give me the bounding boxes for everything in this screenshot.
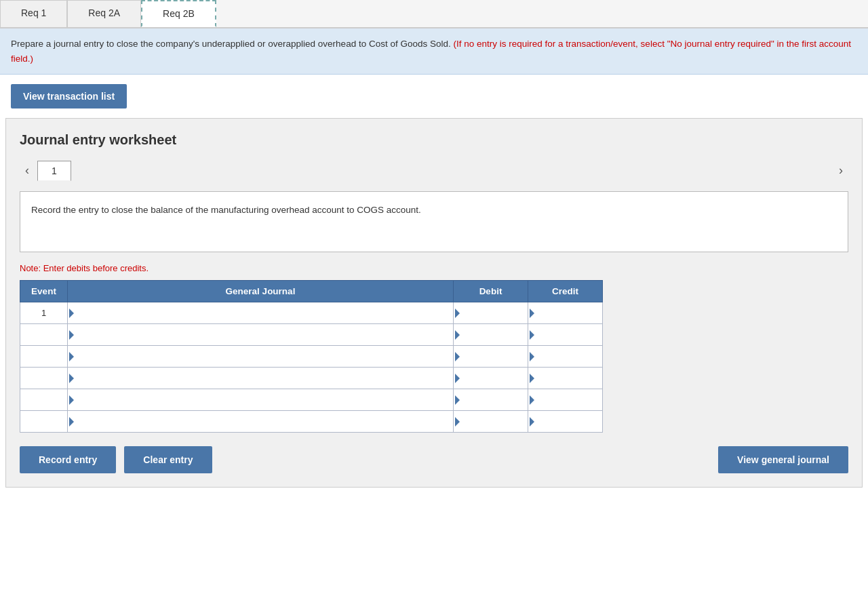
credit-cell[interactable] — [528, 389, 603, 411]
tab-req1[interactable]: Req 1 — [0, 0, 67, 27]
debit-cell[interactable] — [454, 389, 528, 411]
debit-indicator-icon — [455, 309, 460, 318]
credit-cell[interactable] — [528, 302, 603, 324]
bottom-buttons: Record entry Clear entry View general jo… — [20, 446, 848, 473]
credit-indicator-icon — [530, 417, 534, 427]
debit-input[interactable] — [454, 411, 528, 432]
debit-input[interactable] — [454, 389, 528, 410]
dropdown-indicator-icon — [69, 352, 74, 361]
table-row — [20, 346, 603, 368]
general-journal-cell[interactable] — [68, 368, 454, 389]
dropdown-indicator-icon — [69, 395, 74, 405]
debit-cell[interactable] — [454, 346, 528, 368]
view-general-journal-button[interactable]: View general journal — [718, 446, 848, 473]
col-debit: Debit — [454, 281, 528, 302]
credit-indicator-icon — [530, 352, 534, 361]
event-cell — [20, 368, 68, 389]
credit-input[interactable] — [528, 302, 602, 323]
clear-entry-button[interactable]: Clear entry — [124, 446, 212, 473]
debit-input[interactable] — [454, 324, 528, 345]
record-entry-button[interactable]: Record entry — [20, 446, 116, 473]
table-row — [20, 389, 603, 411]
credit-cell[interactable] — [528, 324, 603, 346]
prev-arrow[interactable]: ‹ — [20, 161, 35, 180]
event-cell — [20, 346, 68, 368]
tab-navigation: ‹ 1 › — [20, 160, 848, 180]
debit-indicator-icon — [455, 374, 460, 383]
general-journal-input[interactable] — [68, 324, 453, 345]
note-text: Note: Enter debits before credits. — [20, 263, 848, 273]
view-transaction-button[interactable]: View transaction list — [11, 84, 127, 108]
credit-input[interactable] — [528, 346, 602, 367]
tab-bar: Req 1 Req 2A Req 2B — [0, 0, 868, 28]
dropdown-indicator-icon — [69, 309, 74, 318]
debit-indicator-icon — [455, 395, 460, 405]
event-cell — [20, 324, 68, 346]
credit-input[interactable] — [528, 324, 602, 345]
debit-indicator-icon — [455, 352, 460, 361]
credit-cell[interactable] — [528, 411, 603, 433]
credit-input[interactable] — [528, 411, 602, 432]
general-journal-input[interactable] — [68, 389, 453, 410]
credit-indicator-icon — [530, 395, 534, 405]
general-journal-input[interactable] — [68, 411, 453, 432]
credit-cell[interactable] — [528, 368, 603, 389]
credit-input[interactable] — [528, 368, 602, 389]
col-event: Event — [20, 281, 68, 302]
general-journal-cell[interactable] — [68, 324, 454, 346]
credit-indicator-icon — [530, 330, 534, 340]
table-row: 1 — [20, 302, 603, 324]
general-journal-input[interactable] — [68, 302, 453, 323]
credit-input[interactable] — [528, 389, 602, 410]
table-row — [20, 411, 603, 433]
entry-description: Record the entry to close the balance of… — [20, 191, 848, 252]
general-journal-cell[interactable] — [68, 389, 454, 411]
tab-req2a[interactable]: Req 2A — [67, 0, 141, 27]
dropdown-indicator-icon — [69, 330, 74, 340]
credit-indicator-icon — [530, 309, 534, 318]
debit-input[interactable] — [454, 368, 528, 389]
table-row — [20, 368, 603, 389]
instruction-bar: Prepare a journal entry to close the com… — [0, 28, 868, 75]
credit-cell[interactable] — [528, 346, 603, 368]
event-cell — [20, 411, 68, 433]
general-journal-cell[interactable] — [68, 411, 454, 433]
general-journal-input[interactable] — [68, 346, 453, 367]
general-journal-input[interactable] — [68, 368, 453, 389]
table-row — [20, 324, 603, 346]
next-arrow[interactable]: › — [833, 161, 848, 180]
debit-cell[interactable] — [454, 324, 528, 346]
worksheet-title: Journal entry worksheet — [20, 132, 848, 148]
debit-input[interactable] — [454, 346, 528, 367]
debit-indicator-icon — [455, 330, 460, 340]
instruction-black: Prepare a journal entry to close the com… — [11, 39, 451, 49]
debit-indicator-icon — [455, 417, 460, 427]
worksheet-container: Journal entry worksheet ‹ 1 › Record the… — [5, 118, 863, 488]
general-journal-cell[interactable] — [68, 346, 454, 368]
journal-table: Event General Journal Debit Credit 1 — [20, 280, 603, 433]
credit-indicator-icon — [530, 374, 534, 383]
general-journal-cell[interactable] — [68, 302, 454, 324]
col-general-journal: General Journal — [68, 281, 454, 302]
dropdown-indicator-icon — [69, 417, 74, 427]
debit-cell[interactable] — [454, 411, 528, 433]
entry-tab-1[interactable]: 1 — [37, 161, 71, 181]
debit-cell[interactable] — [454, 302, 528, 324]
debit-cell[interactable] — [454, 368, 528, 389]
debit-input[interactable] — [454, 302, 528, 323]
tab-req2b[interactable]: Req 2B — [141, 0, 216, 27]
event-cell: 1 — [20, 302, 68, 324]
event-cell — [20, 389, 68, 411]
col-credit: Credit — [528, 281, 603, 302]
dropdown-indicator-icon — [69, 374, 74, 383]
